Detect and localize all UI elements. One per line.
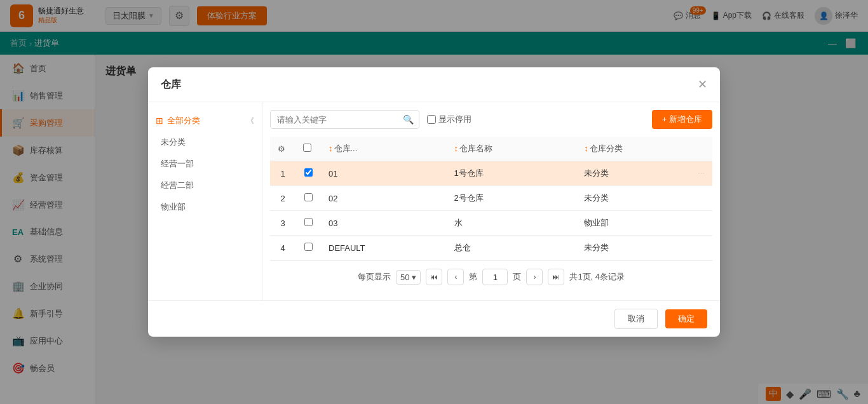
row-code-1: 01 [321,161,447,186]
row-cb-1[interactable] [295,161,321,186]
first-page-button[interactable]: ⏮ [426,269,442,285]
row-category-1: 未分类 ··· [576,161,712,186]
table-toolbar: 🔍 显示停用 + 新增仓库 [270,110,712,129]
table-row: 2 02 2号仓库 未分类 [270,186,712,211]
add-warehouse-button[interactable]: + 新增仓库 [652,110,712,129]
table-container: ⚙ ↕仓库... ↕仓库名称 ↕仓库分类 1 01 1号 [270,137,712,260]
category-all-label: 全部分类 [167,115,200,126]
row-name-1: 1号仓库 [447,161,577,186]
category-item-property[interactable]: 物业部 [148,196,262,218]
warehouse-table: ⚙ ↕仓库... ↕仓库名称 ↕仓库分类 1 01 1号 [270,137,712,260]
row-num-4: 4 [270,236,295,260]
category-item-dept2[interactable]: 经营二部 [148,175,262,196]
row-name-4: 总仓 [447,236,577,260]
row-num-3: 3 [270,211,295,236]
category-all-header[interactable]: ⊞ 全部分类 《 [148,110,262,131]
last-page-button[interactable]: ⏭ [548,269,564,285]
search-input[interactable] [271,111,398,128]
prev-page-button[interactable]: ‹ [447,269,464,285]
cancel-button[interactable]: 取消 [614,309,658,329]
row-num-2: 2 [270,186,295,211]
category-panel: ⊞ 全部分类 《 未分类 经营一部 经营二部 物业部 [148,102,262,300]
per-page-select[interactable]: 50 ▾ [396,270,421,285]
dialog: 仓库 ✕ ⊞ 全部分类 《 未分类 经营一部 经营二部 物业部 [148,67,720,337]
search-button[interactable]: 🔍 [398,111,419,128]
row-code-2: 02 [321,186,447,211]
select-all-checkbox[interactable] [303,144,311,152]
collapse-icon[interactable]: 《 [247,116,254,126]
col-name[interactable]: ↕仓库名称 [447,137,577,161]
row-category-2: 未分类 [576,186,712,211]
total-info: 共1页, 4条记录 [569,271,625,283]
table-row: 3 03 水 物业部 [270,211,712,236]
page-label: 第 [469,271,477,283]
dialog-overlay: 仓库 ✕ ⊞ 全部分类 《 未分类 经营一部 经营二部 物业部 [0,0,868,404]
row-code-4: DEFAULT [321,236,447,260]
row-code-3: 03 [321,211,447,236]
per-page-value: 50 [400,273,409,282]
dialog-footer: 取消 确定 [148,300,720,337]
category-all: ⊞ 全部分类 [156,115,200,126]
next-page-button[interactable]: › [526,269,543,285]
page-unit: 页 [513,271,521,283]
row-name-3: 水 [447,211,577,236]
show-disabled-checkbox[interactable] [427,115,436,124]
row-category-4: 未分类 [576,236,712,260]
row-category-3: 物业部 [576,211,712,236]
page-input[interactable] [482,269,508,285]
col-gear: ⚙ [270,137,295,161]
grid-icon: ⊞ [156,116,163,126]
category-item-dept1[interactable]: 经营一部 [148,153,262,175]
dialog-body: ⊞ 全部分类 《 未分类 经营一部 经营二部 物业部 🔍 [148,102,720,300]
row-cb-2[interactable] [295,186,321,211]
show-disabled-label: 显示停用 [438,114,471,125]
col-category[interactable]: ↕仓库分类 [576,137,712,161]
confirm-button[interactable]: 确定 [665,309,707,328]
category-item-unclassified[interactable]: 未分类 [148,131,262,153]
row-name-2: 2号仓库 [447,186,577,211]
table-row: 4 DEFAULT 总仓 未分类 [270,236,712,260]
row-num-1: 1 [270,161,295,186]
dialog-header: 仓库 ✕ [148,67,720,102]
show-disabled-checkbox-wrapper[interactable]: 显示停用 [427,114,471,125]
dialog-title: 仓库 [161,78,181,91]
col-code[interactable]: ↕仓库... [321,137,447,161]
per-page-label: 每页显示 [358,271,391,283]
pagination-bar: 每页显示 50 ▾ ⏮ ‹ 第 页 › ⏭ 共1页, 4条记录 [270,260,712,293]
search-input-wrapper: 🔍 [270,110,419,129]
dialog-close-button[interactable]: ✕ [698,77,707,91]
col-checkbox [295,137,321,161]
row-cb-4[interactable] [295,236,321,260]
row-cb-3[interactable] [295,211,321,236]
chevron-down-icon: ▾ [412,273,416,282]
table-row: 1 01 1号仓库 未分类 ··· [270,161,712,186]
table-panel: 🔍 显示停用 + 新增仓库 ⚙ [262,102,720,300]
